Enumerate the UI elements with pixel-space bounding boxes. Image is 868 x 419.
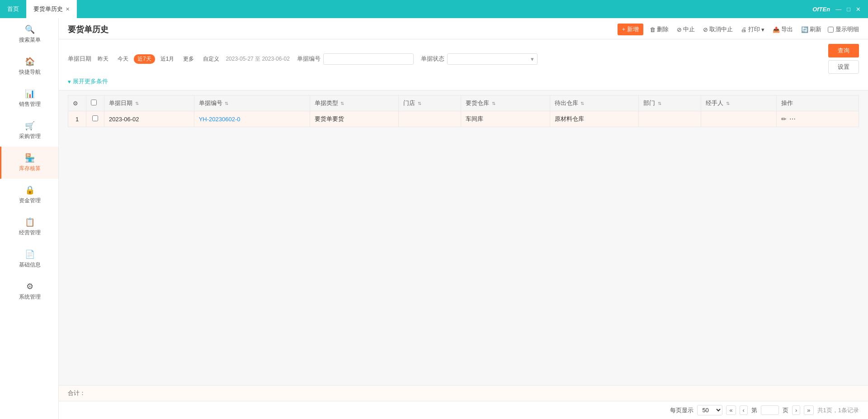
per-page-select[interactable]: 50 10 20 100 bbox=[697, 405, 722, 415]
sort-pending-warehouse-icon: ⇅ bbox=[580, 101, 584, 106]
date-pill-last-month[interactable]: 近1月 bbox=[157, 54, 178, 64]
sort-date-icon: ⇅ bbox=[135, 101, 139, 106]
th-pending-warehouse[interactable]: 待出仓库 ⇅ bbox=[550, 95, 639, 111]
quick-nav-icon: 🏠 bbox=[25, 57, 35, 67]
sidebar-item-finance-mgmt[interactable]: 🔒 资金管理 bbox=[0, 179, 58, 211]
toolbar: + 新增 🗑 删除 ⊘ 中止 ⊘ 取消中止 🖨 打印 ▾ bbox=[618, 24, 859, 35]
inventory-icon: 🏪 bbox=[25, 153, 35, 163]
next-page-btn[interactable]: › bbox=[792, 405, 800, 415]
date-range-text: 2023-05-27 至 2023-06-02 bbox=[226, 55, 289, 63]
status-select-wrapper bbox=[447, 53, 538, 65]
sidebar-label-sys-mgmt: 系统管理 bbox=[19, 293, 41, 301]
date-pill-last7[interactable]: 近7天 bbox=[134, 54, 155, 64]
row-edit-btn[interactable]: ✏ bbox=[781, 115, 787, 123]
delete-label: 删除 bbox=[657, 25, 669, 33]
cancel-stop-button[interactable]: ⊘ 取消中止 bbox=[701, 24, 735, 34]
show-detail-toggle[interactable]: 显示明细 bbox=[828, 25, 859, 33]
delete-button[interactable]: 🗑 删除 bbox=[648, 24, 670, 34]
row-more-btn[interactable]: ⋯ bbox=[789, 115, 796, 123]
sort-store-icon: ⇅ bbox=[418, 101, 421, 106]
export-label: 导出 bbox=[781, 25, 793, 33]
cell-order-no[interactable]: YH-20230602-0 bbox=[194, 111, 310, 127]
row-checkbox[interactable] bbox=[92, 115, 98, 121]
last-page-btn[interactable]: » bbox=[804, 405, 813, 415]
cell-date: 2023-06-02 bbox=[104, 111, 194, 127]
query-button[interactable]: 查询 bbox=[828, 44, 859, 57]
sort-dept-icon: ⇅ bbox=[658, 101, 661, 106]
tab-requisition-history[interactable]: 要货单历史 ✕ bbox=[26, 0, 77, 18]
ops-mgmt-icon: 📋 bbox=[25, 217, 35, 227]
date-filter-group: 单据日期 昨天 今天 近7天 近1月 更多 自定义 2023-05-27 至 2… bbox=[68, 54, 290, 64]
order-no-link[interactable]: YH-20230602-0 bbox=[199, 116, 241, 123]
status-select[interactable] bbox=[447, 53, 538, 65]
tab-home[interactable]: 首页 bbox=[0, 0, 26, 18]
th-dept[interactable]: 部门 ⇅ bbox=[639, 95, 701, 111]
order-no-filter-group: 单据编号 bbox=[297, 53, 414, 65]
export-button[interactable]: 📤 导出 bbox=[771, 24, 795, 34]
th-date[interactable]: 单据日期 ⇅ bbox=[104, 95, 194, 111]
stop-button[interactable]: ⊘ 中止 bbox=[675, 24, 697, 34]
table-row: 1 2023-06-02 YH-20230602-0 要货单要货 车间库 原材料… bbox=[68, 111, 859, 127]
prev-page-btn[interactable]: ‹ bbox=[740, 405, 748, 415]
sidebar-item-sales-mgmt[interactable]: 📊 销售管理 bbox=[0, 82, 58, 114]
order-no-input[interactable] bbox=[323, 53, 414, 65]
expand-more-label: 展开更多条件 bbox=[73, 77, 108, 86]
print-button[interactable]: 🖨 打印 ▾ bbox=[739, 24, 766, 34]
expand-more-btn[interactable]: ▾ 展开更多条件 bbox=[68, 77, 859, 86]
date-pill-more[interactable]: 更多 bbox=[179, 54, 198, 64]
new-button[interactable]: + 新增 bbox=[618, 24, 643, 35]
refresh-label: 刷新 bbox=[810, 25, 821, 33]
sidebar-item-purchase-mgmt[interactable]: 🛒 采购管理 bbox=[0, 114, 58, 147]
table-body: 1 2023-06-02 YH-20230602-0 要货单要货 车间库 原材料… bbox=[68, 111, 859, 127]
page-header: 要货单历史 + 新增 🗑 删除 ⊘ 中止 ⊘ 取消中止 🖨 打印 bbox=[59, 18, 868, 39]
page-input[interactable]: 1 bbox=[761, 405, 779, 415]
table-container: ⚙ 单据日期 ⇅ 单据编号 ⇅ bbox=[59, 90, 868, 385]
th-store[interactable]: 门店 ⇅ bbox=[399, 95, 461, 111]
pagination-bar: 每页显示 50 10 20 100 « ‹ 第 1 页 › » 共1页，1条记录 bbox=[59, 401, 868, 419]
select-all-checkbox[interactable] bbox=[91, 100, 97, 105]
tab-close-icon[interactable]: ✕ bbox=[66, 6, 70, 12]
show-detail-checkbox[interactable] bbox=[828, 27, 834, 33]
th-order-type[interactable]: 单据类型 ⇅ bbox=[310, 95, 399, 111]
cell-checkbox[interactable] bbox=[86, 111, 104, 127]
sidebar-item-sys-mgmt[interactable]: ⚙ 系统管理 bbox=[0, 275, 58, 307]
date-pill-custom[interactable]: 自定义 bbox=[199, 54, 223, 64]
basic-info-icon: 📄 bbox=[25, 249, 35, 259]
th-req-warehouse[interactable]: 要货仓库 ⇅ bbox=[461, 95, 550, 111]
summary-label: 合计： bbox=[68, 390, 85, 396]
stop-icon: ⊘ bbox=[677, 26, 682, 33]
first-page-btn[interactable]: « bbox=[726, 405, 736, 415]
expand-more-icon: ▾ bbox=[68, 78, 71, 85]
maximize-icon[interactable]: □ bbox=[847, 6, 850, 13]
date-pill-yesterday[interactable]: 昨天 bbox=[94, 54, 112, 64]
tab-label: 要货单历史 bbox=[33, 5, 63, 13]
refresh-button[interactable]: 🔄 刷新 bbox=[799, 24, 823, 34]
sidebar-item-quick-nav[interactable]: 🏠 快捷导航 bbox=[0, 50, 58, 82]
action-buttons: 查询 设置 bbox=[828, 44, 859, 74]
filter-row-1: 单据日期 昨天 今天 近7天 近1月 更多 自定义 2023-05-27 至 2… bbox=[68, 44, 859, 74]
page-label: 第 bbox=[751, 406, 757, 414]
date-pill-today[interactable]: 今天 bbox=[114, 54, 132, 64]
cell-index: 1 bbox=[68, 111, 86, 127]
main-layout: 🔍 搜索菜单 🏠 快捷导航 📊 销售管理 🛒 采购管理 🏪 库存核算 🔒 资金管… bbox=[0, 18, 868, 419]
sidebar-item-search-menu[interactable]: 🔍 搜索菜单 bbox=[0, 18, 58, 50]
sidebar: 🔍 搜索菜单 🏠 快捷导航 📊 销售管理 🛒 采购管理 🏪 库存核算 🔒 资金管… bbox=[0, 18, 59, 419]
sidebar-label-quick-nav: 快捷导航 bbox=[19, 68, 41, 76]
settings-button[interactable]: 设置 bbox=[828, 60, 859, 74]
th-settings[interactable]: ⚙ bbox=[68, 95, 86, 111]
sort-req-warehouse-icon: ⇅ bbox=[492, 101, 495, 106]
sidebar-item-inventory[interactable]: 🏪 库存核算 bbox=[0, 147, 58, 179]
sidebar-label-inventory: 库存核算 bbox=[19, 165, 41, 172]
th-handler[interactable]: 经手人 ⇅ bbox=[701, 95, 777, 111]
minimize-icon[interactable]: — bbox=[835, 6, 841, 13]
th-order-no[interactable]: 单据编号 ⇅ bbox=[194, 95, 310, 111]
print-arrow-icon: ▾ bbox=[761, 26, 764, 33]
sidebar-item-basic-info[interactable]: 📄 基础信息 bbox=[0, 243, 58, 275]
cell-pending-warehouse: 原材料仓库 bbox=[550, 111, 639, 127]
sidebar-item-ops-mgmt[interactable]: 📋 经营管理 bbox=[0, 211, 58, 243]
sales-mgmt-icon: 📊 bbox=[25, 89, 35, 99]
per-page-label: 每页显示 bbox=[670, 406, 693, 414]
close-icon[interactable]: ✕ bbox=[856, 6, 861, 13]
settings-col-icon: ⚙ bbox=[73, 100, 78, 107]
cell-ops: ✏ ⋯ bbox=[777, 111, 859, 127]
